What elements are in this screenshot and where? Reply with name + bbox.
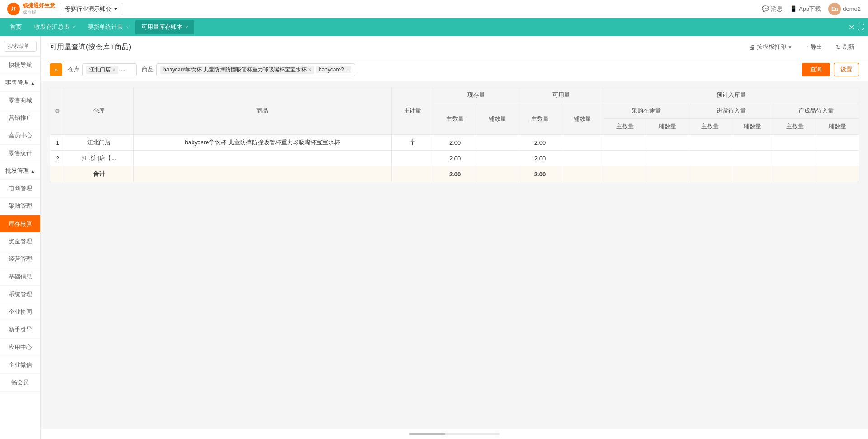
- message-btn[interactable]: 💬 消息: [762, 5, 783, 13]
- top-bar: 好 畅捷通好生意 标准版 母婴行业演示账套 ▼ 💬 消息 📱 App下载 Ea …: [0, 0, 868, 18]
- row-mfg-main: [774, 135, 816, 151]
- message-icon: 💬: [762, 5, 769, 12]
- sidebar-item-retail-stat[interactable]: 零售统计: [0, 145, 40, 162]
- sidebar-item-member[interactable]: 会员中心: [0, 127, 40, 145]
- row-mfg-sub: [816, 151, 859, 166]
- sidebar-item-finance[interactable]: 资金管理: [0, 233, 40, 250]
- warehouse-tag-remove[interactable]: ×: [113, 66, 116, 73]
- col-available-group: 可用量: [519, 87, 604, 103]
- tab-home[interactable]: 首页: [4, 20, 28, 34]
- nav-controls: ✕ ⛶: [849, 23, 864, 32]
- col-incoming-group: 进货待入量: [689, 103, 774, 119]
- sidebar-item-operations[interactable]: 经营管理: [0, 250, 40, 268]
- search-input[interactable]: [4, 41, 37, 52]
- footer-label: 合计: [65, 166, 134, 182]
- tab1-close[interactable]: ×: [72, 24, 75, 30]
- row-mfg-sub: [816, 135, 859, 151]
- col-avail-main: 主数量: [519, 103, 561, 135]
- footer-row: 合计 2.00 2.00: [50, 166, 859, 182]
- sidebar-item-purchase-mgmt[interactable]: 采购管理: [0, 198, 40, 215]
- main-layout: 快捷导航 零售管理 ▲ 零售商城 营销推广 会员中心 零售统计 批发管理 ▲ 电…: [0, 36, 868, 439]
- sidebar: 快捷导航 零售管理 ▲ 零售商城 营销推广 会员中心 零售统计 批发管理 ▲ 电…: [0, 36, 41, 439]
- table-footer: [41, 429, 868, 439]
- logo-text: 畅捷通好生意 标准版: [23, 2, 55, 16]
- sidebar-item-marketing[interactable]: 营销推广: [0, 109, 40, 127]
- col-warehouse-header: 仓库: [65, 87, 134, 135]
- row-unit: 个: [392, 135, 434, 151]
- nav-expand-btn[interactable]: ⛶: [857, 23, 864, 32]
- row-mfg-main: [774, 151, 816, 166]
- scrollbar-thumb: [409, 433, 445, 435]
- sidebar-item-new-guide[interactable]: 新手引导: [0, 321, 40, 339]
- sidebar-item-member-app[interactable]: 畅会员: [0, 374, 40, 392]
- col-product-header: 商品: [133, 87, 391, 135]
- warehouse-more-btn[interactable]: ···: [120, 66, 125, 73]
- row-avail-main: 2.00: [519, 151, 561, 166]
- col-settings: ⚙: [50, 87, 65, 135]
- sidebar-item-wholesale-mgmt[interactable]: 批发管理 ▲: [0, 162, 40, 180]
- tab-keyongliang[interactable]: 可用量库存账本 ×: [135, 20, 194, 34]
- app-download-btn[interactable]: 📱 App下载: [790, 5, 821, 13]
- col-unit-header: 主计量: [392, 87, 434, 135]
- col-stock-sub: 辅数量: [476, 103, 519, 135]
- row-warehouse: 江北门店【...: [65, 151, 134, 166]
- row-avail-main: 2.00: [519, 135, 561, 151]
- sidebar-item-retail-mgmt[interactable]: 零售管理 ▲: [0, 74, 40, 92]
- filter-actions: 查询 设置: [802, 63, 859, 76]
- template-print-btn[interactable]: 🖨 按模板打印 ▼: [745, 41, 797, 53]
- tab-yaohuo[interactable]: 要货单统计表 ×: [81, 20, 135, 34]
- user-area[interactable]: Ea demo2: [828, 3, 861, 15]
- sidebar-item-quick-nav[interactable]: 快捷导航: [0, 57, 40, 74]
- sidebar-item-app-center[interactable]: 应用中心: [0, 339, 40, 356]
- page-header: 可用量查询(按仓库+商品) 🖨 按模板打印 ▼ ↑ 导出 ↻ 刷新: [41, 36, 868, 58]
- footer-stock-main: 2.00: [434, 166, 476, 182]
- row-product: babycare学饮杯 儿童防摔防撞吸管杯重力球吸嘴杯宝宝水杯: [133, 135, 391, 151]
- product-tag1-remove[interactable]: ×: [308, 66, 311, 73]
- printer-icon: 🖨: [749, 44, 755, 51]
- org-selector[interactable]: 母婴行业演示账套 ▼: [60, 3, 123, 15]
- row-product: [133, 151, 391, 166]
- col-incoming-sub: 辅数量: [731, 119, 774, 135]
- row-pur-sub: [646, 151, 689, 166]
- scrollbar-track[interactable]: [409, 433, 500, 435]
- refresh-icon: ↻: [836, 44, 841, 51]
- col-incoming-main: 主数量: [689, 119, 731, 135]
- tab-shoufacun[interactable]: 收发存汇总表 ×: [28, 20, 81, 34]
- row-inc-main: [689, 135, 731, 151]
- row-avail-sub: [561, 135, 604, 151]
- sidebar-item-retail-mall[interactable]: 零售商城: [0, 92, 40, 109]
- tab3-close[interactable]: ×: [185, 24, 188, 30]
- export-icon: ↑: [806, 44, 809, 51]
- sidebar-item-sys-mgmt[interactable]: 系统管理: [0, 286, 40, 303]
- filter-bar: » 仓库 江北门店 × ··· 商品 babycare学饮杯 儿童防摔防撞吸管杯…: [41, 58, 868, 81]
- export-btn[interactable]: ↑ 导出: [802, 41, 827, 53]
- setting-btn[interactable]: 设置: [834, 63, 859, 76]
- refresh-btn[interactable]: ↻ 刷新: [831, 41, 859, 53]
- filter-toggle-btn[interactable]: »: [50, 63, 62, 76]
- product-tag2: babycare?...: [316, 66, 351, 73]
- col-mfg-main: 主数量: [774, 119, 816, 135]
- query-btn[interactable]: 查询: [802, 63, 830, 76]
- sidebar-item-inventory[interactable]: 库存核算: [0, 215, 40, 233]
- content-area: 可用量查询(按仓库+商品) 🖨 按模板打印 ▼ ↑ 导出 ↻ 刷新 »: [41, 36, 868, 439]
- sidebar-item-enterprise-wechat[interactable]: 企业微信: [0, 356, 40, 374]
- col-avail-sub: 辅数量: [561, 103, 604, 135]
- page-title: 可用量查询(按仓库+商品): [50, 42, 131, 52]
- col-purchase-group: 采购在途量: [604, 103, 689, 119]
- product-input[interactable]: babycare学饮杯 儿童防摔防撞吸管杯重力球吸嘴杯宝宝水杯 × babyca…: [156, 63, 355, 76]
- warehouse-tag: 江北门店 ×: [86, 66, 118, 74]
- gear-icon[interactable]: ⚙: [55, 108, 60, 114]
- sidebar-item-enterprise[interactable]: 企业协同: [0, 303, 40, 321]
- warehouse-input[interactable]: 江北门店 × ···: [82, 63, 137, 76]
- col-purchase-main: 主数量: [604, 119, 646, 135]
- tab2-close[interactable]: ×: [126, 24, 128, 30]
- col-stock-main: 主数量: [434, 103, 476, 135]
- row-stock-main: 2.00: [434, 135, 476, 151]
- row-stock-sub: [476, 135, 519, 151]
- nav-close-btn[interactable]: ✕: [849, 23, 854, 32]
- sidebar-item-ecom-mgmt[interactable]: 电商管理: [0, 180, 40, 198]
- sidebar-search-wrap: [0, 36, 40, 57]
- row-warehouse: 江北门店: [65, 135, 134, 151]
- sidebar-item-base-info[interactable]: 基础信息: [0, 268, 40, 286]
- col-purchase-sub: 辅数量: [646, 119, 689, 135]
